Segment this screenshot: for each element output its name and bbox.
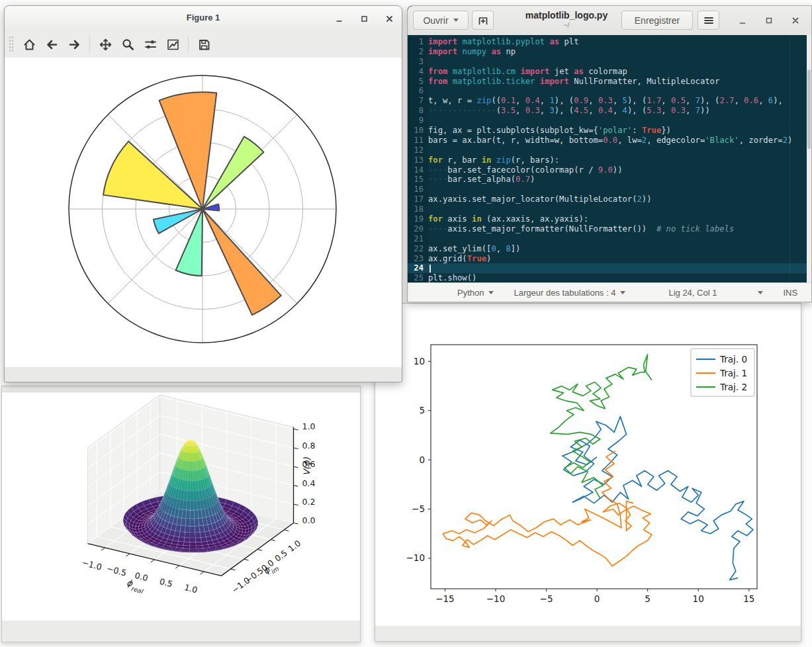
new-tab-icon [476,14,490,27]
code-line: 4from matplotlib.cm import jet as colorm… [408,67,811,77]
pan-button[interactable] [95,34,115,54]
svg-text:10: 10 [414,356,425,367]
document-title: matplotlib_logo.py [520,9,613,22]
toolbar-separator [188,36,189,53]
svg-text:−15: −15 [435,593,455,604]
svg-text:5: 5 [645,593,651,604]
cursor-position-label: Lig 24, Col 1 [668,288,717,298]
code-line: 2import numpy as np [408,47,811,57]
code-line: 10fig, ax = plt.subplots(subplot_kw={'po… [408,126,811,136]
statusbar-dropdown[interactable] [753,291,763,294]
code-line: 20····axis.set_major_formatter(NullForma… [408,224,811,234]
gedit-minimize-button[interactable] [737,15,748,26]
back-button[interactable] [42,34,62,54]
language-label: Python [457,288,484,298]
code-line: 11bars = ax.bar(t, r, width=w, bottom=0.… [408,136,811,146]
code-line: 23ax.grid(True) [408,254,811,264]
svg-text:0.2: 0.2 [302,497,316,507]
svg-text:Traj. 2: Traj. 2 [719,382,747,392]
floppy-save-icon [197,38,211,52]
code-line: 21 [408,234,811,244]
open-button[interactable]: Ouvrir [413,11,469,30]
surface-figure-window: −1.0−0.50.00.51.0−1.0−0.50.00.51.00.00.2… [1,386,361,642]
code-lines: 1import matplotlib.pyplot as plt2import … [408,37,811,283]
figure1-maximize-button[interactable] [358,13,370,24]
svg-text:Traj. 1: Traj. 1 [719,368,747,378]
toolbar-grip-handle[interactable] [9,36,14,53]
svg-text:0.0: 0.0 [302,515,316,525]
code-line: 15····bar.set_alpha(0.7) [408,175,811,185]
code-line: 18 [408,204,811,214]
code-line: 9 [408,116,811,126]
svg-text:0: 0 [419,454,425,465]
insert-mode[interactable]: INS [783,288,797,298]
home-button[interactable] [19,34,39,54]
gedit-maximize-button[interactable] [763,15,775,26]
configure-subplots-button[interactable] [140,34,160,54]
svg-text:0: 0 [594,593,600,604]
toolbar-separator [89,36,90,53]
minimize-icon [335,15,343,23]
trajectory-plot-canvas[interactable]: −15−10−5051015−10−50510Traj. 0Traj. 1Tra… [375,304,801,626]
save-button[interactable]: Enregistrer [621,11,693,30]
svg-text:V(ϕ): V(ϕ) [302,457,312,476]
new-document-button[interactable] [472,11,494,30]
figure1-bottom-strip [5,367,402,382]
code-editor-area[interactable]: 1import matplotlib.pyplot as plt2import … [408,35,811,286]
editor-scrollbar-thumb[interactable] [807,69,811,149]
tab-width-selector[interactable]: Largeur des tabulations : 4 [514,288,625,298]
figure1-minimize-button[interactable] [333,13,345,24]
code-line: 22ax.set_ylim([0, 8]) [408,244,811,254]
magnifier-icon [121,38,135,52]
svg-text:Traj. 0: Traj. 0 [719,354,747,365]
menu-button[interactable] [698,11,719,30]
code-line: 16 [408,185,811,194]
code-line: 1import matplotlib.pyplot as plt [408,37,811,47]
svg-text:−10: −10 [406,552,426,563]
svg-text:5: 5 [419,405,425,415]
figure1-window: Figure 1 [4,5,402,382]
tab-width-label: Largeur des tabulations : 4 [514,288,615,298]
maximize-icon [360,15,369,23]
code-line: 14····bar.set_facecolor(colormap(r / 9.0… [408,165,811,175]
edit-parameters-button[interactable] [163,34,183,54]
code-line: 3 [408,57,811,67]
arrow-left-icon [45,38,59,52]
svg-text:−1.0: −1.0 [81,557,103,572]
insert-mode-label: INS [783,288,797,298]
close-icon [385,15,394,23]
figure1-close-button[interactable] [383,13,395,24]
svg-text:1.0: 1.0 [302,421,316,431]
minimize-icon [738,16,747,25]
svg-text:10: 10 [693,593,704,604]
save-button-label: Enregistrer [635,15,680,26]
open-button-label: Ouvrir [423,15,448,26]
editor-scrollbar[interactable] [807,35,811,284]
language-selector[interactable]: Python [457,288,494,298]
save-figure-button[interactable] [194,34,214,54]
svg-text:0.5: 0.5 [158,576,173,589]
gedit-close-button[interactable] [789,15,801,26]
surface-3d-canvas[interactable]: −1.0−0.50.00.51.0−1.0−0.50.00.51.00.00.2… [2,392,360,620]
chevron-down-icon [453,19,459,22]
trajectory-window-bottom-strip [375,626,801,641]
chevron-down-icon [488,291,494,294]
svg-text:1.0: 1.0 [183,582,199,595]
axes-chart-icon [166,38,180,52]
gedit-window: Ouvrir matplotlib_logo.py ~/ Enregistrer [407,5,812,302]
gedit-statusbar: Python Largeur des tabulations : 4 Lig 2… [408,282,811,302]
svg-text:−5: −5 [412,503,425,514]
legend: Traj. 0Traj. 1Traj. 2 [691,349,754,396]
code-line: 8··············(3.5, 0.3, 3), (4.5, 0.4,… [408,106,811,116]
forward-button[interactable] [64,34,84,54]
right-margin-indicator [789,35,790,284]
cursor-position[interactable]: Lig 24, Col 1 [668,288,717,298]
code-line: 7t, w, r = zip((0.1, 0.4, 1), (0.9, 0.3,… [408,96,811,106]
code-line: 24 [408,263,811,273]
polar-figure-canvas[interactable] [5,58,402,368]
zoom-button[interactable] [118,34,138,54]
surface-window-bottom-strip [2,621,360,642]
arrow-right-icon [68,38,81,52]
figure1-titlebar[interactable]: Figure 1 [5,6,402,32]
close-icon [791,16,800,25]
